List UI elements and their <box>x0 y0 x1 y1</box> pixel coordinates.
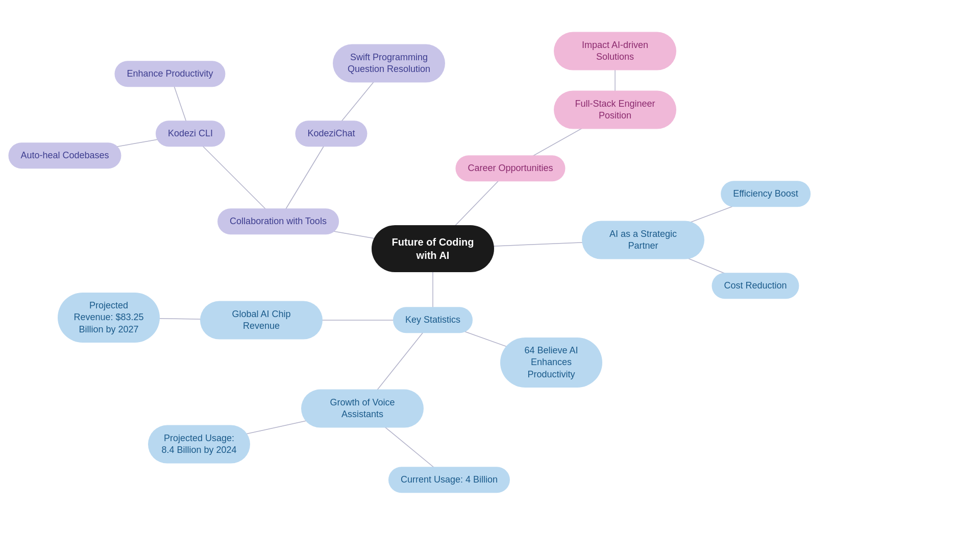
node-fullStackEngineer: Full-Stack Engineer Position <box>554 91 676 129</box>
node-impactAIDriven: Impact AI-driven Solutions <box>554 32 676 70</box>
node-projectedRevenue: Projected Revenue: $83.25 Billion by 202… <box>58 293 160 343</box>
node-efficiencyBoost: Efficiency Boost <box>721 181 811 207</box>
node-collaborationWithTools: Collaboration with Tools <box>217 208 339 234</box>
node-currentUsage: Current Usage: 4 Billion <box>388 467 510 493</box>
node-projectedUsage: Projected Usage: 8.4 Billion by 2024 <box>148 425 250 464</box>
node-globalAIChipRevenue: Global AI Chip Revenue <box>200 301 323 340</box>
node-growthVoiceAssistants: Growth of Voice Assistants <box>301 390 424 428</box>
node-enhanceProductivity: Enhance Productivity <box>114 61 225 87</box>
node-keyStatistics: Key Statistics <box>393 307 473 333</box>
mind-map: Future of Coding with AICollaboration wi… <box>0 0 980 553</box>
node-believeAIEnhances: 64 Believe AI Enhances Productivity <box>500 338 602 388</box>
node-costReduction: Cost Reduction <box>712 273 799 299</box>
node-center: Future of Coding with AI <box>372 225 494 272</box>
node-aiStrategicPartner: AI as a Strategic Partner <box>582 221 704 259</box>
node-careerOpportunities: Career Opportunities <box>455 155 565 181</box>
node-kodeziCLI: Kodezi CLI <box>156 121 225 147</box>
node-kodeziChat: KodeziChat <box>295 121 367 147</box>
node-autohealCodebases: Auto-heal Codebases <box>8 142 121 169</box>
node-swiftProgramming: Swift Programming Question Resolution <box>333 44 445 83</box>
